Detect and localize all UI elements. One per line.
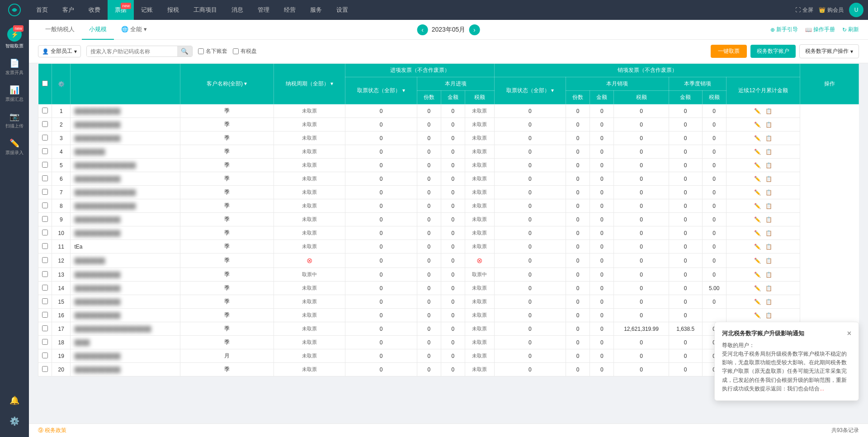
edit-icon[interactable]: ✏️ [754,272,761,278]
cell-checkbox[interactable] [38,199,52,213]
cell-running [702,309,726,322]
popup-close-btn[interactable]: × [847,329,851,338]
copy-icon[interactable]: 📋 [765,258,772,264]
nav-service[interactable]: 服务 [303,0,329,20]
copy-icon[interactable]: 📋 [765,272,772,278]
sub-tab-all[interactable]: 🌐 全能 ▾ [114,20,154,40]
edit-icon[interactable]: ✏️ [754,149,761,155]
sidebar-item-invoice-summary[interactable]: 📊 票据汇总 [2,81,27,106]
copy-icon[interactable]: 📋 [765,244,772,250]
edit-icon[interactable]: ✏️ [754,230,761,236]
new-guide-link[interactable]: ⊕ 新手引导 [770,26,798,33]
edit-icon[interactable]: ✏️ [754,244,761,250]
prev-month-btn[interactable]: ‹ [417,24,428,35]
nav-tax[interactable]: 报税 [160,0,186,20]
edit-icon[interactable]: ✏️ [754,135,761,141]
cell-checkbox[interactable] [38,349,52,363]
copy-icon[interactable]: 📋 [765,189,772,196]
edit-icon[interactable]: ✏️ [754,189,761,196]
sub-tab-small[interactable]: 小规模 [82,20,114,40]
edit-icon[interactable]: ✏️ [754,258,761,264]
sidebar-item-scan-upload[interactable]: 📷 扫描上传 [2,108,27,133]
edit-icon[interactable]: ✏️ [754,299,761,305]
copy-icon[interactable]: 📋 [765,176,772,182]
sidebar-item-invoice-open[interactable]: 📄 发票开具 [2,55,27,80]
sidebar-item-notification[interactable]: 🔔 [2,392,27,409]
member-btn[interactable]: 👑 购会员 [819,6,844,14]
cell-count-out: 0 [494,282,566,295]
cell-checkbox[interactable] [38,268,52,282]
copy-icon[interactable]: 📋 [765,203,772,209]
select-all-checkbox[interactable] [42,80,48,86]
search-button[interactable]: 🔍 [177,46,192,56]
employee-select[interactable]: 👤 全部员工 ▾ [38,45,81,57]
name-under-checkbox[interactable]: 名下账套 [198,47,227,55]
manual-link[interactable]: 📖 操作手册 [805,26,835,33]
cell-count-in: 0 [345,268,417,282]
edit-icon[interactable]: ✏️ [754,162,761,169]
nav-operation[interactable]: 经营 [277,0,303,20]
edit-icon[interactable]: ✏️ [754,285,761,291]
copy-icon[interactable]: 📋 [765,312,772,319]
copy-icon[interactable]: 📋 [765,122,772,128]
copy-icon[interactable]: 📋 [765,108,772,114]
cell-checkbox[interactable] [38,240,52,254]
cell-checkbox[interactable] [38,282,52,295]
nav-settings[interactable]: 设置 [329,0,355,20]
cell-running: 0 [702,254,726,268]
cell-checkbox[interactable] [38,172,52,186]
cell-checkbox[interactable] [38,145,52,159]
copy-icon[interactable]: 📋 [765,149,772,155]
copy-icon[interactable]: 📋 [765,216,772,223]
cell-return-tax: 0 [669,104,702,118]
cell-checkbox[interactable] [38,309,52,322]
next-month-btn[interactable]: › [469,24,480,35]
edit-icon[interactable]: ✏️ [754,122,761,128]
sidebar-item-invoice-entry[interactable]: ✏️ 票据录入 [2,135,27,160]
nav-accounting[interactable]: 记账 [134,0,160,20]
cell-checkbox[interactable] [38,363,52,376]
search-input[interactable] [87,47,177,56]
nav-home[interactable]: 首页 [29,0,55,20]
copy-icon[interactable]: 📋 [765,299,772,305]
nav-business[interactable]: 工商项目 [186,0,224,20]
edit-icon[interactable]: ✏️ [754,312,761,319]
cell-checkbox[interactable] [38,118,52,132]
cell-checkbox[interactable] [38,226,52,240]
cell-checkbox[interactable] [38,322,52,336]
edit-icon[interactable]: ✏️ [754,203,761,209]
cell-checkbox[interactable] [38,295,52,309]
sidebar-item-config[interactable]: ⚙️ [2,413,27,430]
edit-icon[interactable]: ✏️ [754,108,761,114]
nav-manage[interactable]: 管理 [250,0,277,20]
tax-policy-link[interactable]: ⑨ 税务政策 [38,427,66,434]
has-tax-disk-checkbox[interactable]: 有税盘 [233,47,257,55]
user-avatar[interactable]: U [849,3,863,17]
sub-tab-general[interactable]: 一般纳税人 [38,20,82,40]
copy-icon[interactable]: 📋 [765,230,772,236]
tax-digital-account-btn[interactable]: 税务数字账户 [750,45,796,58]
cell-checkbox[interactable] [38,186,52,199]
cell-checkbox[interactable] [38,104,52,118]
tax-digital-operation-btn[interactable]: 税务数字账户操作 ▾ [799,44,859,58]
cell-checkbox[interactable] [38,336,52,349]
edit-icon[interactable]: ✏️ [754,176,761,182]
nav-ticket[interactable]: 票据 new [108,0,134,20]
edit-icon[interactable]: ✏️ [754,216,761,223]
nav-client[interactable]: 客户 [55,0,81,20]
cell-period: 季 [180,159,274,172]
copy-icon[interactable]: 📋 [765,162,772,169]
cell-checkbox[interactable] [38,159,52,172]
nav-message[interactable]: 消息 [224,0,250,20]
fullscreen-btn[interactable]: ⛶ 全屏 [795,6,813,14]
cell-checkbox[interactable] [38,213,52,226]
copy-icon[interactable]: 📋 [765,135,772,141]
cell-checkbox[interactable] [38,254,52,268]
nav-fee[interactable]: 收费 [81,0,108,20]
copy-icon[interactable]: 📋 [765,285,772,291]
one-click-ticket-btn[interactable]: 一键取票 [711,45,747,58]
refresh-link[interactable]: ↻ 刷新 [842,26,859,33]
cell-checkbox[interactable] [38,132,52,145]
sidebar-item-smart-ticket[interactable]: ⚡ new 智能取票 [2,23,27,53]
th-count-in: 份数 [417,91,441,104]
